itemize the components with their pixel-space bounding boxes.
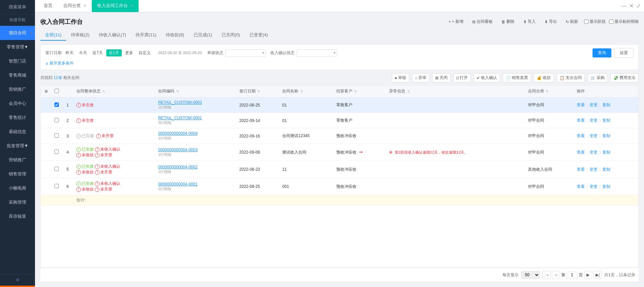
row3-view-btn[interactable]: 查看 (577, 133, 585, 138)
window-expand-icon[interactable]: ⤢ (636, 3, 641, 9)
date-btn-custom[interactable]: 自定义 (137, 49, 153, 56)
row4-edit-btn[interactable]: 变更 (590, 150, 598, 155)
show-fields-checkbox[interactable] (584, 19, 589, 24)
row4-view-btn[interactable]: 查看 (577, 150, 585, 155)
tab-close-income-workbench[interactable]: ✕ (130, 4, 133, 8)
expand-more-conditions[interactable]: ∨ 展开更多条件 (45, 60, 634, 66)
date-btn-more[interactable]: 更多 (123, 49, 135, 56)
collection-button[interactable]: 💰 收款 (534, 73, 554, 82)
page-next-btn[interactable]: ▶ (584, 271, 592, 279)
sidebar-item-batch-mgmt[interactable]: 批发管理 (0, 139, 35, 153)
select-all-checkbox[interactable] (54, 89, 59, 93)
row2-code-link[interactable]: RETAIL_CUSTOM-0001 (158, 116, 202, 120)
import-button[interactable]: ⬆ 导入 (521, 17, 538, 26)
tab-contract-category[interactable]: 合同分类 ✕ (58, 0, 92, 12)
window-minimize-icon[interactable]: — (621, 3, 627, 9)
row5-copy-btn[interactable]: 复制 (602, 167, 610, 172)
income-confirm-select[interactable] (297, 49, 337, 57)
row4-copy-btn[interactable]: 复制 (602, 150, 610, 155)
row6-view-btn[interactable]: 查看 (577, 184, 585, 189)
sidebar-item-marketing[interactable]: 营销推广 (0, 82, 35, 96)
date-btn-today[interactable]: 今天 (77, 49, 89, 56)
tab-close-contract-category[interactable]: ✕ (83, 4, 86, 8)
show-marked-checkbox[interactable] (609, 19, 613, 24)
sidebar-item-inventory[interactable]: 库存核算 (0, 209, 35, 223)
contract-board-button[interactable]: ⊞ 合同看板 (469, 17, 495, 26)
sidebar-item-sales-marketing[interactable]: 营销推广 (0, 153, 35, 167)
expense-out-button[interactable]: 💸 费用支出 (610, 73, 639, 82)
new-button[interactable]: + + 新增 (446, 17, 466, 26)
col-name-header[interactable]: 合同名称 ⇅ (279, 85, 334, 97)
close-contract-button[interactable]: ⊠ 关闭 (432, 73, 451, 82)
col-settings[interactable]: ⚙ (41, 85, 51, 97)
row1-view-btn[interactable]: 查看 (577, 102, 585, 107)
page-prev-btn[interactable]: ◀ (552, 271, 560, 279)
row6-code-link[interactable]: 0000000000004-0001 (158, 182, 197, 187)
date-btn-last1month[interactable]: 近1月 (106, 49, 122, 56)
tab-home[interactable]: 首页 (38, 0, 58, 12)
filter-tab-pending-income[interactable]: 待收入确认(7) (94, 30, 131, 41)
date-btn-last7[interactable]: 近7天 (90, 49, 105, 56)
row3-copy-btn[interactable]: 复制 (602, 133, 610, 138)
show-fields-checkbox-label[interactable]: 显示阶段 (584, 19, 606, 25)
row5-view-btn[interactable]: 查看 (577, 167, 585, 172)
row1-code-link[interactable]: RETAIL_CUSTOM-0003 (158, 100, 202, 105)
sidebar-item-basic-info[interactable]: 基础信息 (0, 125, 35, 139)
tab-income-workbench[interactable]: 收入合同工作台 ✕ (92, 0, 139, 12)
sales-invoice-button[interactable]: 📄 销售发票 (503, 73, 531, 82)
refresh-button[interactable]: ↻ 刷新 (563, 17, 581, 26)
expense-contract-button[interactable]: 📋 支出合同 (557, 73, 585, 82)
row5-code-link[interactable]: 0000000000004-0002 (158, 165, 197, 169)
col-date-header[interactable]: 签订日期 ⇅ (237, 85, 280, 97)
sidebar-item-retail-mgmt[interactable]: 零售管理 (0, 40, 35, 54)
page-last-btn[interactable]: ▶| (594, 271, 602, 279)
row6-copy-btn[interactable]: 复制 (602, 184, 610, 189)
show-marked-checkbox-label[interactable]: 显示标的明细 (609, 19, 639, 25)
sidebar-search[interactable]: 搜索菜单 (0, 0, 35, 14)
row3-checkbox[interactable] (51, 128, 62, 144)
sidebar-nav[interactable]: 快捷导航 (0, 14, 35, 26)
print-button[interactable]: ⎙ 打开 (453, 73, 471, 82)
row2-copy-btn[interactable]: 复制 (602, 118, 610, 123)
setting-button[interactable]: 设置 (614, 48, 634, 58)
row1-copy-btn[interactable]: 复制 (602, 102, 610, 107)
sidebar-item-purchase-mgmt[interactable]: 采购管理 (0, 195, 35, 209)
row4-checkbox[interactable] (51, 144, 62, 161)
purchase-button[interactable]: 🛒 采购 (588, 73, 608, 82)
sidebar-item-retail-mall[interactable]: 零售商城 (0, 68, 35, 82)
page-number-input[interactable] (567, 272, 577, 278)
row1-checkbox[interactable] (51, 97, 62, 113)
review-button[interactable]: ● 审核 (392, 73, 409, 82)
doc-status-select[interactable] (225, 49, 266, 57)
row3-code-link[interactable]: 0000000000004-0004 (158, 131, 197, 136)
row2-edit-btn[interactable]: 变更 (590, 118, 598, 123)
abandon-review-button[interactable]: ○ 弃审 (412, 73, 429, 82)
income-confirm-button[interactable]: ✔ 收入确认 (473, 73, 500, 82)
sidebar-item-member-center[interactable]: 会员中心 (0, 96, 35, 111)
sidebar-item-retail-stats[interactable]: 零售统计 (0, 111, 35, 125)
window-close-icon[interactable]: ✕ (629, 3, 634, 9)
col-code-header[interactable]: 合同编码 ⇅ (155, 85, 236, 97)
row6-edit-btn[interactable]: 变更 (590, 184, 598, 189)
sidebar-item-smart-store[interactable]: 智慧门店 (0, 54, 35, 68)
sidebar-settings[interactable]: ⚙ (0, 274, 35, 286)
page-first-btn[interactable]: |◀ (542, 271, 551, 279)
filter-tab-completed[interactable]: 已完成(1) (189, 30, 217, 41)
col-category-header[interactable]: 合同分类 ⇅ (525, 85, 574, 97)
filter-tab-pending-invoice[interactable]: 待开票(11) (131, 30, 161, 41)
filter-tab-all[interactable]: 全部(11) (40, 30, 66, 41)
sidebar-item-xiaochang[interactable]: 小畅电商 (0, 181, 35, 195)
col-status-header[interactable]: 合同整体状态 ⇅ (74, 85, 155, 97)
export-button[interactable]: ⬇ 导出 (542, 17, 560, 26)
sidebar-item-project-contract[interactable]: 项目合同 (0, 26, 35, 40)
filter-tab-closed[interactable]: 已关闭(0) (217, 30, 245, 41)
delete-button[interactable]: 🗑 删除 (499, 17, 517, 26)
col-abnormal-header[interactable]: 异常信息 ⇅ (386, 85, 525, 97)
query-button[interactable]: 查询 (593, 48, 611, 57)
page-size-select[interactable]: 10 20 50 100 (521, 271, 540, 279)
row5-edit-btn[interactable]: 变更 (590, 167, 598, 172)
row2-checkbox[interactable] (51, 113, 62, 128)
date-btn-yesterday[interactable]: 昨天 (64, 49, 76, 56)
row1-edit-btn[interactable]: 变更 (590, 102, 598, 107)
row2-view-btn[interactable]: 查看 (577, 118, 585, 123)
